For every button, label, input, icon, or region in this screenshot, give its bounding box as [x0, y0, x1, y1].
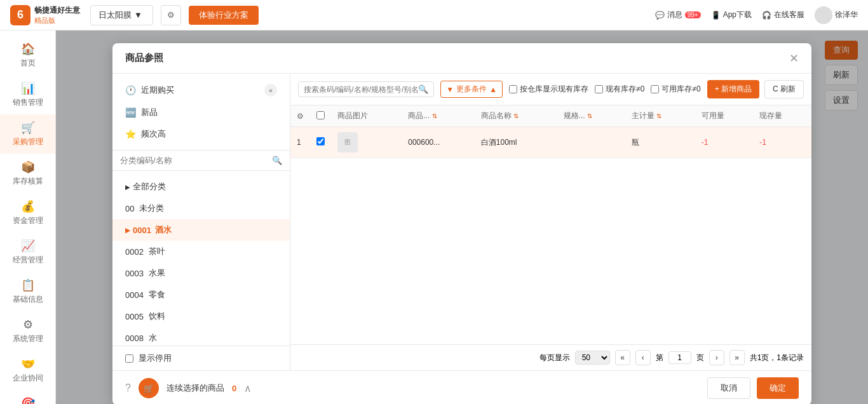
- sidebar-item-operations[interactable]: 📈 经营管理: [0, 232, 55, 272]
- search-icon[interactable]: 🔍: [272, 156, 282, 165]
- checkbox-available-nonzero[interactable]: 可用库存≠0: [651, 84, 700, 95]
- operations-icon: 📈: [21, 239, 35, 253]
- confirm-button[interactable]: 确定: [757, 377, 799, 399]
- col-stock: 现存量: [753, 105, 811, 127]
- category-label-0005: 饮料: [149, 311, 165, 322]
- category-search-input[interactable]: [120, 156, 272, 165]
- cell-unit: 瓶: [625, 127, 695, 158]
- product-search-input[interactable]: [304, 85, 418, 94]
- table-row[interactable]: 1 图 000600... 白酒100ml 瓶: [290, 127, 811, 158]
- first-page-button[interactable]: «: [615, 350, 630, 365]
- col-settings: ⚙: [290, 105, 310, 127]
- star-icon: ⭐: [125, 129, 136, 139]
- col-code-label: 商品...: [408, 111, 430, 120]
- chevron-down-icon: ▼: [134, 10, 142, 20]
- next-page-button[interactable]: ›: [709, 350, 724, 365]
- service-label: 在线客服: [774, 10, 804, 20]
- checkbox-warehouse[interactable]: 按仓库显示现有库存: [509, 84, 588, 95]
- col-unit-label: 主计量: [632, 111, 654, 120]
- product-thumbnail: 图: [337, 132, 358, 152]
- modal-overlay: 商品参照 ✕ 🕐 近期购买 « �: [56, 30, 868, 404]
- tenant-dropdown[interactable]: 日太阳膜 ▼: [90, 5, 153, 25]
- category-item-all[interactable]: ▶ 全部分类: [112, 176, 290, 198]
- category-item-00[interactable]: 00 未分类: [112, 198, 290, 219]
- category-label-0002: 茶叶: [149, 246, 165, 257]
- sidebar-item-system[interactable]: ⚙ 系统管理: [0, 311, 55, 351]
- category-item-0001[interactable]: ▶ 0001 酒水: [112, 219, 290, 241]
- nav-recent-purchase[interactable]: 🕐 近期购买 «: [112, 79, 290, 102]
- modal-header: 商品参照 ✕: [112, 43, 811, 74]
- app-label: App下载: [723, 10, 752, 20]
- total-label: 共1页，1条记录: [750, 353, 804, 363]
- modal-close-button[interactable]: ✕: [789, 53, 799, 64]
- checkbox-stock-nonzero[interactable]: 现有库存≠0: [595, 84, 644, 95]
- prev-page-button[interactable]: ‹: [635, 350, 651, 365]
- message-icon: 💬: [655, 11, 665, 20]
- home-icon: 🏠: [21, 42, 35, 56]
- sidebar-item-sales[interactable]: 📊 销售管理: [0, 75, 55, 114]
- guide-icon: 🎯: [21, 396, 35, 404]
- modal-title: 商品参照: [125, 52, 163, 64]
- sidebar-item-basic-info[interactable]: 📋 基础信息: [0, 272, 55, 311]
- category-item-0005[interactable]: 0005 饮料: [112, 306, 290, 327]
- left-panel-nav: 🕐 近期购买 « 🆕 新品 ⭐ 频次高: [112, 74, 290, 151]
- refresh-product-button[interactable]: C 刷新: [764, 80, 804, 98]
- add-product-button[interactable]: + 新增商品: [707, 80, 759, 98]
- available-nonzero-checkbox[interactable]: [651, 85, 659, 93]
- col-spec[interactable]: 规格... ⇅: [557, 105, 625, 127]
- product-search-icon[interactable]: 🔍: [418, 84, 428, 94]
- col-unit[interactable]: 主计量 ⇅: [625, 105, 695, 127]
- nav-frequent[interactable]: ⭐ 频次高: [112, 123, 290, 145]
- last-page-button[interactable]: »: [729, 350, 745, 365]
- sidebar-item-finance[interactable]: 💰 资金管理: [0, 193, 55, 232]
- sidebar-label-system: 系统管理: [13, 333, 43, 344]
- col-image: 商品图片: [331, 105, 402, 127]
- sidebar-label-inventory: 库存核算: [13, 176, 43, 187]
- col-code[interactable]: 商品... ⇅: [402, 105, 475, 127]
- page-size-label: 每页显示: [539, 353, 570, 363]
- category-item-0002[interactable]: 0002 茶叶: [112, 241, 290, 262]
- select-all-checkbox[interactable]: [316, 111, 325, 119]
- user-item[interactable]: 徐泽华: [815, 6, 858, 24]
- sidebar-item-enterprise[interactable]: 🤝 企业协同: [0, 351, 55, 390]
- show-disabled-checkbox[interactable]: [125, 354, 133, 363]
- category-item-0003[interactable]: 0003 水果: [112, 262, 290, 284]
- sidebar-item-home[interactable]: 🏠 首页: [0, 36, 55, 75]
- col-name[interactable]: 商品名称 ⇅: [475, 105, 557, 127]
- up-icon[interactable]: ∧: [244, 382, 252, 394]
- nav-new-products[interactable]: 🆕 新品: [112, 102, 290, 123]
- col-available: 可用量: [695, 105, 754, 127]
- app-download-item[interactable]: 📱 App下载: [711, 10, 752, 20]
- experience-button[interactable]: 体验行业方案: [189, 6, 259, 25]
- nav-new-label: 新品: [141, 107, 158, 118]
- sidebar-item-inventory[interactable]: 📦 库存核算: [0, 154, 55, 193]
- cancel-button[interactable]: 取消: [707, 377, 750, 399]
- toolbar: 🔍 ▼ 更多条件 ▲ 按仓库显示现有库存: [290, 74, 811, 105]
- page-size-select[interactable]: 50 10 20 100: [575, 351, 610, 365]
- page-number-input[interactable]: [668, 351, 691, 364]
- customer-service-item[interactable]: 🎧 在线客服: [762, 10, 804, 20]
- category-item-0004[interactable]: 0004 零食: [112, 284, 290, 306]
- app-icon: 📱: [711, 11, 721, 20]
- row-checkbox[interactable]: [316, 137, 325, 145]
- settings-button[interactable]: ⚙: [161, 5, 181, 25]
- warehouse-checkbox[interactable]: [509, 85, 517, 93]
- message-item[interactable]: 💬 消息 99+: [655, 10, 701, 20]
- modal-body: 🕐 近期购买 « 🆕 新品 ⭐ 频次高: [112, 74, 811, 370]
- sort-icon-spec: ⇅: [587, 112, 592, 119]
- sidebar-item-guide[interactable]: 🎯 新手引导: [0, 390, 55, 404]
- category-code-0004: 0004: [125, 290, 144, 300]
- category-code-0005: 0005: [125, 312, 144, 321]
- enterprise-icon: 🤝: [21, 357, 35, 371]
- stock-nonzero-checkbox[interactable]: [595, 85, 603, 93]
- collapse-button[interactable]: «: [264, 84, 277, 97]
- category-search: 🔍: [112, 151, 290, 171]
- cart-icon: 🛒: [139, 378, 159, 398]
- sidebar-label-purchase: 采购管理: [13, 137, 43, 147]
- more-filter-button[interactable]: ▼ 更多条件 ▲: [440, 81, 503, 98]
- help-icon[interactable]: ?: [125, 382, 131, 394]
- cell-checkbox[interactable]: [310, 127, 331, 158]
- sidebar-item-purchase[interactable]: 🛒 采购管理: [0, 114, 55, 154]
- product-reference-modal: 商品参照 ✕ 🕐 近期购买 « �: [112, 43, 811, 404]
- category-item-0008[interactable]: 0008 水: [112, 327, 290, 346]
